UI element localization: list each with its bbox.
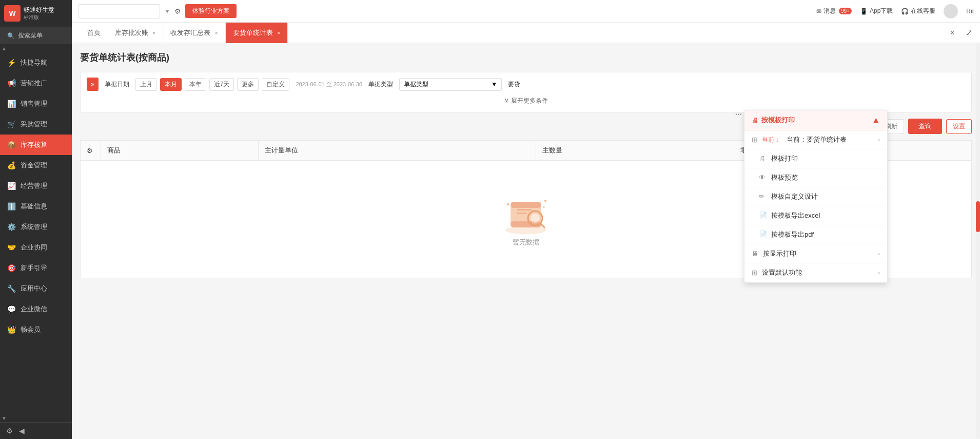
printer-header-icon: 🖨 xyxy=(752,117,758,124)
col-settings-icon[interactable]: ⚙ xyxy=(87,147,93,155)
top-bar: ▼ ⚙ 体验行业方案 ✉ 消息 99+ 📱 App下载 🎧 在线客服 Rit xyxy=(72,0,980,23)
online-service-button[interactable]: 🎧 在线客服 xyxy=(901,7,935,15)
export-excel-icon: 📄 xyxy=(759,212,767,220)
quick-nav-icon: ⚡ xyxy=(6,58,16,68)
sidebar-item-system[interactable]: ⚙️ 系统管理 xyxy=(0,217,72,237)
user-name: Rit xyxy=(966,8,974,15)
tab-receipt-summary[interactable]: 收发存汇总表 × xyxy=(163,23,225,43)
dropdown-item-export-excel[interactable]: 📄 按模板导出excel xyxy=(744,206,887,225)
empty-state-icon xyxy=(500,192,552,238)
export-pdf-icon: 📄 xyxy=(759,231,767,239)
svg-point-5 xyxy=(531,214,540,223)
sidebar-item-app-center[interactable]: 🔧 应用中心 xyxy=(0,278,72,299)
messages-button[interactable]: ✉ 消息 99+ xyxy=(816,7,852,15)
sidebar-item-basic-info[interactable]: ℹ️ 基础信息 xyxy=(0,196,72,217)
table-settings-button[interactable]: 设置 xyxy=(946,119,972,134)
sidebar-item-sales[interactable]: 📊 销售管理 xyxy=(0,93,72,114)
set-default-icon: ⊞ xyxy=(752,269,758,277)
sidebar-item-purchase[interactable]: 🛒 采购管理 xyxy=(0,114,72,135)
sidebar-scroll-down[interactable]: ▼ xyxy=(0,414,8,422)
dots-menu-button[interactable]: ··· xyxy=(733,110,744,119)
app-logo-icon: W xyxy=(4,5,21,22)
date-btn-7days[interactable]: 近7天 xyxy=(209,78,234,91)
date-label: 单据日期 xyxy=(105,80,129,89)
sidebar-scroll-up[interactable]: ▲ xyxy=(0,44,8,52)
svg-rect-8 xyxy=(517,213,527,214)
dropdown-header: 🖨 按模板打印 ▲ xyxy=(744,110,887,130)
order-type-label: 要货 xyxy=(508,80,520,89)
sidebar: W 畅通好生意 标准版 🔍 搜索菜单 ▲ ⚡ 快捷导航 📢 营销推广 📊 销售管… xyxy=(0,0,72,439)
top-chevron-icon[interactable]: ▼ xyxy=(164,8,170,15)
purchase-icon: 🛒 xyxy=(6,119,16,129)
sidebar-item-marketing[interactable]: 📢 营销推广 xyxy=(0,73,72,93)
date-btn-last-month[interactable]: 上月 xyxy=(135,78,157,91)
tab-close-order[interactable]: × xyxy=(277,30,280,36)
sidebar-item-inventory[interactable]: 📦 库存核算 xyxy=(0,135,72,155)
col-unit: 主计量单位 xyxy=(258,141,536,161)
sidebar-item-finance[interactable]: 💰 资金管理 xyxy=(0,155,72,176)
type-label: 单据类型 xyxy=(368,80,393,89)
date-btn-more[interactable]: 更多 xyxy=(237,78,259,91)
sidebar-item-enterprise[interactable]: 🤝 企业协同 xyxy=(0,237,72,258)
download-icon: 📱 xyxy=(860,8,868,15)
marketing-icon: 📢 xyxy=(6,78,16,88)
col-settings[interactable]: ⚙ xyxy=(81,141,101,161)
dropdown-item-template-print[interactable]: 🖨 模板打印 xyxy=(744,149,887,168)
top-gear-icon[interactable]: ⚙ xyxy=(174,7,181,15)
filter-expand-left-button[interactable]: » xyxy=(87,78,99,91)
search-icon: 🔍 xyxy=(7,32,15,40)
dropdown-title: 🖨 按模板打印 xyxy=(752,116,795,125)
expand-more-button[interactable]: ⊻ 展开更多条件 xyxy=(499,95,553,107)
date-btn-this-year[interactable]: 本年 xyxy=(185,78,206,91)
content-area: 要货单统计表(按商品) » 单据日期 上月 本月 本年 近7天 更多 自定义 2… xyxy=(72,43,980,439)
finance-icon: 💰 xyxy=(6,160,16,170)
sidebar-item-enterprise-wechat[interactable]: 💬 企业微信 xyxy=(0,299,72,319)
service-icon: 🎧 xyxy=(901,8,909,15)
filter-bar: » 单据日期 上月 本月 本年 近7天 更多 自定义 2023-06-01 至 … xyxy=(80,72,972,112)
set-default-section[interactable]: ⊞ 设置默认功能 › xyxy=(744,263,887,282)
svg-point-11 xyxy=(543,206,545,208)
current-chevron-icon: › xyxy=(878,137,880,143)
tab-close-batch[interactable]: × xyxy=(152,30,155,36)
basic-info-icon: ℹ️ xyxy=(6,201,16,212)
search-menu-item[interactable]: 🔍 搜索菜单 xyxy=(0,27,72,44)
date-btn-this-month[interactable]: 本月 xyxy=(160,78,182,91)
settings-bottom-icon[interactable]: ⚙ xyxy=(6,427,13,435)
sidebar-item-quick-nav[interactable]: ⚡ 快捷导航 xyxy=(0,52,72,73)
tab-close-all-button[interactable]: × xyxy=(945,26,959,40)
expand-icon: ⊻ xyxy=(504,98,509,105)
experience-button[interactable]: 体验行业方案 xyxy=(185,4,237,18)
svg-point-9 xyxy=(507,203,509,205)
tab-home[interactable]: 首页 xyxy=(80,23,108,43)
svg-rect-2 xyxy=(511,202,541,208)
display-print-section[interactable]: 🖥 按显示打印 › xyxy=(744,244,887,263)
top-search-input[interactable] xyxy=(78,4,160,18)
tab-maximize-button[interactable]: ⤢ xyxy=(962,26,976,40)
date-range-text: 2023-06-01 至 2023-06-30 xyxy=(296,81,362,88)
sidebar-item-operations[interactable]: 📈 经营管理 xyxy=(0,176,72,196)
sound-bottom-icon[interactable]: ◀ xyxy=(19,427,25,435)
dropdown-item-export-pdf[interactable]: 📄 按模板导出pdf xyxy=(744,225,887,244)
dropdown-close-icon[interactable]: ▲ xyxy=(872,116,880,125)
svg-point-10 xyxy=(544,200,546,202)
operations-icon: 📈 xyxy=(6,181,16,191)
type-select[interactable]: 单据类型 ▼ xyxy=(399,78,502,91)
enterprise-icon: 🤝 xyxy=(6,242,16,253)
right-scrollbar[interactable] xyxy=(976,43,980,439)
template-print-icon: 🖨 xyxy=(759,155,767,163)
current-template-section[interactable]: ⊞ 当前： 当前：要货单统计表 › xyxy=(744,130,887,149)
dots-icon[interactable]: ··· xyxy=(733,110,744,119)
app-download-button[interactable]: 📱 App下载 xyxy=(860,7,893,15)
tab-close-receipt[interactable]: × xyxy=(214,30,218,36)
dropdown-item-template-design[interactable]: ✏ 模板自定义设计 xyxy=(744,187,887,206)
date-btn-custom[interactable]: 自定义 xyxy=(262,78,289,91)
tab-batch-accounts[interactable]: 库存批次账 × xyxy=(108,23,163,43)
display-chevron-icon: › xyxy=(878,251,880,257)
col-quantity: 主数量 xyxy=(536,141,734,161)
newbie-icon: 🎯 xyxy=(6,263,16,273)
sidebar-item-members[interactable]: 👑 畅会员 xyxy=(0,319,72,340)
sidebar-item-newbie[interactable]: 🎯 新手引导 xyxy=(0,258,72,278)
query-button[interactable]: 查询 xyxy=(908,119,942,134)
tab-order-stats[interactable]: 要货单统计表 × xyxy=(226,23,288,43)
dropdown-item-template-preview[interactable]: 👁 模板预览 xyxy=(744,168,887,187)
